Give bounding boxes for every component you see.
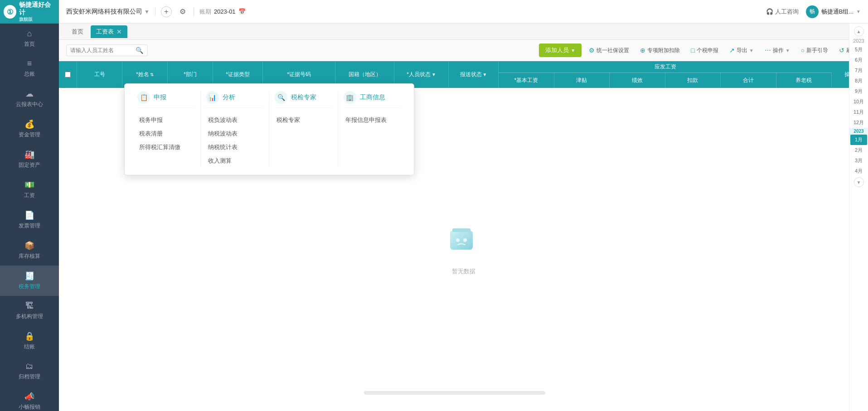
sidebar-item-payroll[interactable]: 💵 工资 [0, 174, 59, 205]
tab-home-label: 首页 [72, 28, 83, 36]
th-deduction: 扣款 [665, 73, 721, 88]
timeline-nav-down[interactable]: ▼ [854, 177, 864, 187]
sidebar-item-promotion[interactable]: 📣 小畅报销 [0, 386, 59, 411]
popup-item-tax-statistics[interactable]: 纳税统计表 [206, 140, 264, 154]
archive-icon: 🗂 [25, 362, 34, 371]
tab-payroll-close[interactable]: ✕ [116, 29, 122, 35]
add-person-button[interactable]: 添加人员 ▼ [539, 44, 582, 57]
timeline-month-2[interactable]: 2月 [849, 145, 868, 155]
tax-return-icon: □ [691, 47, 694, 54]
export-label: 导出 [737, 47, 747, 54]
name-sort-icon[interactable]: ⇅ [150, 72, 154, 77]
page-toolbar: 🔍 添加人员 ▼ ⚙ 统一社保设置 ⊕ 专项附加扣除 □ 个税申报 ↗ 导出 ▼ [59, 40, 868, 61]
popup-item-tax-declaration[interactable]: 税务申报 [137, 113, 195, 127]
fund-icon: 💰 [24, 119, 34, 129]
timeline-month-11[interactable]: 11月 [849, 107, 868, 117]
timeline-month-4[interactable]: 4月 [849, 166, 868, 176]
popup-item-tax-fluctuation[interactable]: 纳税波动表 [206, 127, 264, 140]
popup-section-expert-header: 🔍 税检专家 [275, 91, 332, 108]
th-submit-status: 报送状态 ▼ [449, 61, 499, 88]
social-security-label: 统一社保设置 [596, 47, 629, 54]
sidebar-item-tax[interactable]: 🧾 税务管理 [0, 266, 59, 296]
th-total: 合计 [721, 73, 776, 88]
tab-payroll[interactable]: 工资表 ✕ [91, 25, 127, 38]
timeline-month-1[interactable]: 1月 [850, 135, 867, 145]
closing-icon: 🔒 [24, 331, 34, 341]
special-deduction-label: 专项附加扣除 [647, 47, 680, 54]
sidebar-item-label: 税务管理 [19, 283, 40, 290]
popup-section-analysis: 📊 分析 税负波动表 纳税波动表 纳税统计表 收入测算 [201, 91, 270, 168]
payroll-icon: 💵 [24, 180, 34, 190]
timeline-month-10[interactable]: 10月 [849, 97, 868, 107]
timeline-month-7[interactable]: 7月 [849, 65, 868, 76]
timeline-month-8[interactable]: 8月 [849, 76, 868, 86]
sidebar-item-fixed-asset[interactable]: 🏭 固定资产 [0, 144, 59, 174]
empty-svg [446, 224, 477, 256]
timeline-month-5[interactable]: 5月 [849, 44, 868, 55]
popup-item-income-estimate[interactable]: 收入测算 [206, 154, 264, 168]
th-wage-title: 应发工资 [499, 61, 832, 73]
popup-section-business-header: 🏢 工商信息 [344, 91, 402, 108]
tab-home[interactable]: 首页 [66, 25, 89, 38]
topbar: 西安虾米网络科技有限公司 ▼ + ⚙ 账期 2023-01 📅 🎧 人工咨询 畅… [59, 0, 868, 24]
social-security-action[interactable]: ⚙ 统一社保设置 [585, 45, 633, 56]
timeline-month-9[interactable]: 9月 [849, 86, 868, 97]
svg-point-3 [463, 238, 467, 242]
operations-action[interactable]: ⋯ 操作 ▼ [761, 45, 794, 56]
sidebar-item-label: 云报表中心 [16, 101, 43, 108]
timeline-nav-up[interactable]: ▲ [854, 26, 864, 36]
timeline-month-6[interactable]: 6月 [849, 55, 868, 65]
svg-rect-1 [452, 228, 470, 232]
popup-section-analysis-title: 分析 [223, 93, 235, 102]
sidebar-item-label: 小畅报销 [19, 403, 40, 411]
sidebar-item-closing[interactable]: 🔒 结账 [0, 326, 59, 356]
horizontal-scrollbar[interactable] [364, 391, 545, 395]
timeline-month-12[interactable]: 12月 [849, 117, 868, 128]
sidebar-item-label: 工资 [24, 192, 35, 199]
popup-section-declaration-title: 申报 [154, 93, 166, 102]
sidebar-item-label: 首页 [24, 40, 35, 48]
search-input[interactable] [70, 47, 134, 53]
timeline-month-3[interactable]: 3月 [849, 155, 868, 166]
sidebar-item-ledger[interactable]: ≡ 总账 [0, 53, 59, 83]
th-wage-sub: *基本工资 津贴 绩效 扣款 合计 养老税 [499, 73, 832, 88]
sidebar-item-label: 固定资产 [19, 161, 40, 169]
company-settings-button[interactable]: ⚙ [177, 6, 188, 17]
calendar-icon[interactable]: 📅 [238, 8, 246, 15]
company-name: 西安虾米网络科技有限公司 [66, 8, 142, 16]
popup-item-tax-burden[interactable]: 税负波动表 [206, 113, 264, 127]
user-menu-button[interactable]: 畅 畅捷通B组... ▼ [806, 5, 861, 18]
sidebar-item-home[interactable]: ⌂ 首页 [0, 24, 59, 53]
submit-filter-icon[interactable]: ▼ [483, 72, 487, 77]
sidebar-item-cloud-report[interactable]: ☁ 云报表中心 [0, 83, 59, 114]
invoice-icon: 📄 [24, 210, 34, 220]
export-action[interactable]: ↗ 导出 ▼ [726, 45, 757, 56]
company-selector[interactable]: 西安虾米网络科技有限公司 ▼ [66, 8, 150, 16]
select-all-checkbox[interactable] [65, 72, 71, 77]
sidebar-item-invoice[interactable]: 📄 发票管理 [0, 205, 59, 235]
popup-item-expert[interactable]: 税检专家 [275, 113, 332, 127]
add-company-button[interactable]: + [161, 6, 172, 17]
special-deduction-action[interactable]: ⊕ 专项附加扣除 [636, 45, 684, 56]
th-checkbox[interactable] [59, 61, 77, 88]
sidebar-item-multi-org[interactable]: 🏗 多机构管理 [0, 296, 59, 326]
period-selector: 账期 2023-01 📅 [199, 8, 246, 16]
tax-return-action[interactable]: □ 个税申报 [687, 45, 722, 56]
user-avatar: 畅 [806, 5, 819, 18]
customer-service-button[interactable]: 🎧 人工咨询 [766, 8, 799, 16]
guide-action-label: 新手引导 [806, 47, 828, 54]
topbar-divider-1 [155, 7, 155, 16]
tabbar: 首页 工资表 ✕ [59, 24, 868, 40]
status-filter-icon[interactable]: ▼ [432, 72, 436, 77]
export-dropdown-icon: ▼ [749, 48, 754, 53]
guide-action[interactable]: ○ 新手引导 [797, 45, 832, 56]
analysis-icon: 📊 [206, 91, 219, 104]
sidebar-item-fund[interactable]: 💰 资金管理 [0, 114, 59, 144]
sidebar-item-inventory[interactable]: 📦 库存核算 [0, 235, 59, 266]
popup-item-tax-clearance[interactable]: 税表清册 [137, 127, 195, 140]
popup-item-annual-report[interactable]: 年报信息申报表 [344, 113, 402, 127]
timeline-year-label-current: 2023 [849, 128, 868, 135]
search-icon[interactable]: 🔍 [136, 47, 143, 54]
sidebar-item-archive[interactable]: 🗂 归档管理 [0, 356, 59, 386]
popup-item-tax-annual-settlement[interactable]: 所得税汇算清缴 [137, 140, 195, 154]
